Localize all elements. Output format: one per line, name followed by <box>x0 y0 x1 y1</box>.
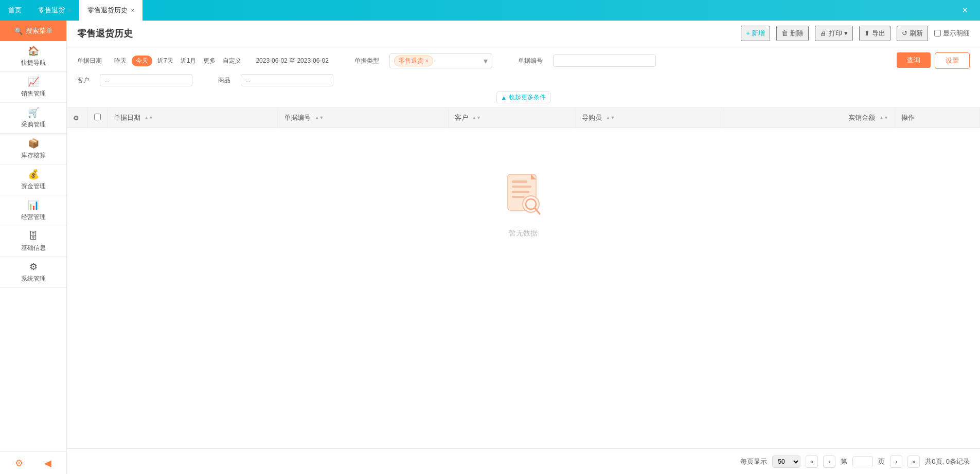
date-btn-custom[interactable]: 自定义 <box>221 56 243 66</box>
settings-icon: ⚙ <box>73 114 79 122</box>
date-btn-7days[interactable]: 近7天 <box>155 56 175 66</box>
export-button[interactable]: ⬆ 导出 <box>859 26 890 41</box>
th-ops: 操作 <box>895 108 979 128</box>
th-date[interactable]: 单据日期 ▲▼ <box>107 108 278 128</box>
date-btn-more[interactable]: 更多 <box>201 56 218 66</box>
th-guide-sort: ▲▼ <box>606 116 615 120</box>
tab-home[interactable]: 首页 <box>0 0 30 21</box>
prev-page-btn[interactable]: ‹ <box>823 455 835 468</box>
th-number-sort: ▲▼ <box>315 116 324 120</box>
tab-home-label: 首页 <box>8 6 22 15</box>
sidebar-item-system-label: 系统管理 <box>21 275 46 283</box>
data-table: ⚙ 单据日期 ▲▼ 单据编号 ▲▼ <box>67 108 980 279</box>
sales-icon: 📈 <box>28 76 39 87</box>
type-filter-tag-close[interactable]: × <box>425 58 429 64</box>
window-close-btn[interactable]: × <box>958 5 972 16</box>
th-date-sort: ▲▼ <box>144 116 153 120</box>
th-customer[interactable]: 客户 ▲▼ <box>448 108 575 128</box>
print-label: 打印 <box>829 29 842 38</box>
tab-retail-return-history-close[interactable]: × <box>131 7 134 13</box>
tab-retail-return[interactable]: 零售退货 × <box>30 0 79 21</box>
export-icon: ⬆ <box>864 29 870 37</box>
first-page-btn[interactable]: « <box>806 455 818 468</box>
sidebar-item-finance-label: 资金管理 <box>21 182 46 191</box>
collapse-sidebar-icon[interactable]: ◀ <box>44 458 51 469</box>
page-size-select[interactable]: 50 100 200 <box>772 455 800 468</box>
pagination-bar: 每页显示 50 100 200 « ‹ 第 1 页 › » 共0页, 0条记录 <box>67 448 980 474</box>
print-button[interactable]: 🖨 打印 ▾ <box>815 26 853 41</box>
th-number-label: 单据编号 <box>284 114 311 121</box>
sidebar-bottom: ⚙ ◀ <box>0 451 66 474</box>
th-number[interactable]: 单据编号 ▲▼ <box>278 108 449 128</box>
svg-rect-2 <box>512 186 531 188</box>
sidebar-item-operations[interactable]: 📊 经营管理 <box>0 195 66 226</box>
page-title: 零售退货历史 <box>77 27 133 40</box>
tab-retail-return-history-label: 零售退货历史 <box>87 6 128 15</box>
th-customer-label: 客户 <box>455 114 468 121</box>
tab-list: 首页 零售退货 × 零售退货历史 × <box>0 0 958 21</box>
customer-filter-label: 客户 <box>77 76 90 85</box>
empty-state-icon <box>497 169 549 221</box>
next-page-btn[interactable]: › <box>890 455 902 468</box>
tab-retail-return-close[interactable]: × <box>68 7 71 13</box>
sidebar-nav: 🏠 快捷导航 📈 销售管理 🛒 采购管理 📦 库存核算 💰 资金管理 📊 <box>0 41 66 451</box>
top-bar: 首页 零售退货 × 零售退货历史 × × <box>0 0 980 21</box>
sidebar-search[interactable]: 🔍 搜索菜单 <box>0 21 66 41</box>
sidebar-item-purchase[interactable]: 🛒 采购管理 <box>0 103 66 134</box>
filter-row-1: 单据日期 昨天 今天 近7天 近1月 更多 自定义 2023-06-02 至 2… <box>77 52 970 69</box>
page-number-input[interactable]: 1 <box>852 456 873 467</box>
set-button[interactable]: 设置 <box>935 52 970 69</box>
type-filter-tag-label: 零售退货 <box>399 57 423 65</box>
empty-state-row: 暂无数据 <box>67 128 980 280</box>
select-all-checkbox[interactable] <box>94 114 101 120</box>
sidebar-item-purchase-label: 采购管理 <box>21 120 46 129</box>
sidebar-item-sales[interactable]: 📈 销售管理 <box>0 72 66 103</box>
filter-right-btns: 查询 设置 <box>897 52 970 69</box>
content: 零售退货历史 + 新增 🗑 删除 🖨 打印 ▾ ⬆ 导出 ↺ 刷新 <box>67 21 980 474</box>
basicinfo-icon: 🗄 <box>29 231 38 242</box>
goods-filter-input[interactable] <box>241 74 333 86</box>
last-page-btn[interactable]: » <box>907 455 920 468</box>
sidebar-item-inventory[interactable]: 📦 库存核算 <box>0 134 66 165</box>
show-detail-checkbox[interactable] <box>934 30 941 37</box>
date-btn-1month[interactable]: 近1月 <box>179 56 199 66</box>
delete-button[interactable]: 🗑 删除 <box>776 26 809 41</box>
main-layout: 🔍 搜索菜单 🏠 快捷导航 📈 销售管理 🛒 采购管理 📦 库存核算 💰 <box>0 21 980 474</box>
th-guide[interactable]: 导购员 ▲▼ <box>575 108 724 128</box>
filter-row-2: 客户 商品 <box>77 74 970 86</box>
number-filter-input[interactable] <box>553 54 656 67</box>
collapse-filter-btn[interactable]: ▲ 收起更多条件 <box>496 92 551 103</box>
th-checkbox[interactable] <box>87 108 107 128</box>
type-filter-tag: 零售退货 × <box>394 56 433 66</box>
th-amount-sort: ▲▼ <box>879 116 888 120</box>
sidebar-item-system[interactable]: ⚙ 系统管理 <box>0 257 66 288</box>
date-btn-yesterday[interactable]: 昨天 <box>112 56 129 66</box>
new-button[interactable]: + 新增 <box>741 26 770 41</box>
sidebar-item-inventory-label: 库存核算 <box>21 151 46 160</box>
th-ops-label: 操作 <box>901 114 915 121</box>
th-amount[interactable]: 实销金额 ▲▼ <box>724 108 895 128</box>
date-btn-today[interactable]: 今天 <box>132 56 152 66</box>
last-page-icon: » <box>912 458 916 465</box>
collapse-label: 收起更多条件 <box>509 93 546 102</box>
th-settings[interactable]: ⚙ <box>67 108 87 128</box>
table-head: ⚙ 单据日期 ▲▼ 单据编号 ▲▼ <box>67 108 980 128</box>
show-detail-label: 显示明细 <box>943 29 970 38</box>
empty-state: 暂无数据 <box>67 128 980 279</box>
query-button[interactable]: 查询 <box>897 52 931 68</box>
type-filter-wrap[interactable]: 零售退货 × ▾ <box>389 53 492 68</box>
sidebar-item-finance[interactable]: 💰 资金管理 <box>0 165 66 195</box>
refresh-button[interactable]: ↺ 刷新 <box>897 26 928 41</box>
page-size-label: 每页显示 <box>740 457 767 466</box>
type-filter-dropdown-icon[interactable]: ▾ <box>484 56 488 66</box>
sidebar-item-quicknav[interactable]: 🏠 快捷导航 <box>0 41 66 72</box>
table-area: ⚙ 单据日期 ▲▼ 单据编号 ▲▼ <box>67 108 980 448</box>
first-page-icon: « <box>810 458 814 465</box>
show-detail-wrap: 显示明细 <box>934 29 970 38</box>
customer-filter-input[interactable] <box>100 74 192 86</box>
date-range-display: 2023-06-02 至 2023-06-02 <box>256 57 328 65</box>
sidebar-item-basicinfo[interactable]: 🗄 基础信息 <box>0 226 66 257</box>
settings-bottom-icon[interactable]: ⚙ <box>15 458 23 469</box>
tab-retail-return-history[interactable]: 零售退货历史 × <box>79 0 142 21</box>
th-guide-label: 导购员 <box>582 114 602 121</box>
